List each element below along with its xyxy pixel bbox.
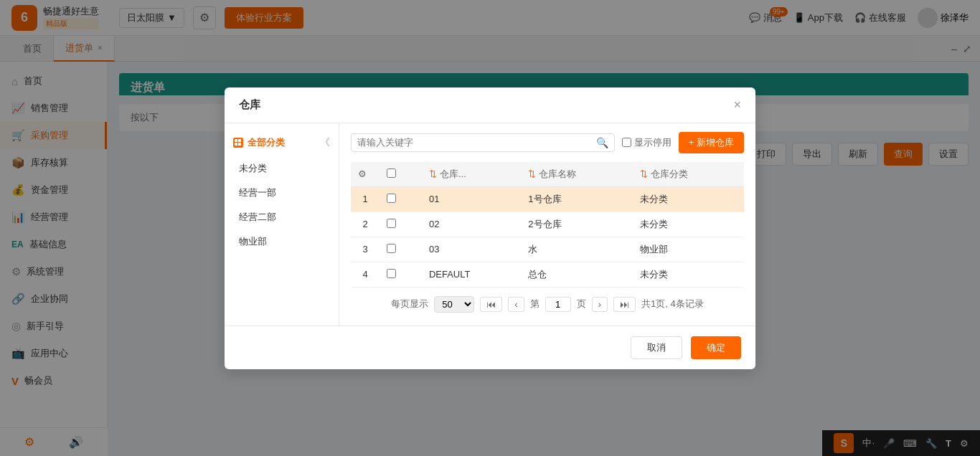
svg-rect-2 <box>235 143 237 146</box>
show-disabled-toggle[interactable]: 显示停用 <box>622 136 672 149</box>
show-disabled-checkbox[interactable] <box>622 138 631 147</box>
row-4-num: 4 <box>351 262 380 287</box>
col-name-label: 仓库名称 <box>539 168 576 181</box>
row-2-name: 2号仓库 <box>521 212 632 237</box>
col-checkbox <box>380 162 422 187</box>
svg-rect-3 <box>238 143 241 146</box>
table-toolbar: 🔍 显示停用 + 新增仓库 <box>351 132 744 153</box>
sort-icon-category: ⇅ <box>640 168 648 179</box>
modal-header: 仓库 × <box>225 87 755 123</box>
row-1-name: 1号仓库 <box>521 186 632 212</box>
row-4-category: 未分类 <box>633 262 744 287</box>
warehouse-table: ⚙ ⇅ 仓库... ⇅ 仓库名称 <box>351 162 744 288</box>
row-2-checkbox[interactable] <box>380 212 422 237</box>
page-label: 第 <box>530 298 540 310</box>
prev-page-button[interactable]: ‹ <box>508 297 524 312</box>
select-all-checkbox[interactable] <box>387 168 396 178</box>
per-page-label: 每页显示 <box>391 298 428 310</box>
first-page-button[interactable]: ⏮ <box>480 297 502 312</box>
row-1-checkbox[interactable] <box>380 186 422 212</box>
add-warehouse-button[interactable]: + 新增仓库 <box>679 132 744 153</box>
category-item-dept1[interactable]: 经营一部 <box>225 181 339 205</box>
category-all-icon <box>233 138 243 148</box>
row-2-category: 未分类 <box>633 212 744 237</box>
total-records: 共1页, 4条记录 <box>641 298 704 310</box>
row-1-category: 未分类 <box>633 186 744 212</box>
table-panel: 🔍 显示停用 + 新增仓库 ⚙ <box>339 123 755 326</box>
show-disabled-label: 显示停用 <box>634 136 672 149</box>
row-1-code: 01 <box>422 186 521 212</box>
col-category: ⇅ 仓库分类 <box>633 162 744 187</box>
category-item-unclassified[interactable]: 未分类 <box>225 156 339 181</box>
col-settings: ⚙ <box>351 162 380 187</box>
per-page-select[interactable]: 50 100 <box>434 296 474 313</box>
col-name: ⇅ 仓库名称 <box>521 162 632 187</box>
table-row[interactable]: 4 DEFAULT 总仓 未分类 <box>351 262 744 287</box>
warehouse-modal: 仓库 × 全部分 <box>225 87 755 369</box>
table-row[interactable]: 3 03 水 物业部 <box>351 237 744 262</box>
row-3-num: 3 <box>351 237 380 262</box>
svg-rect-1 <box>238 139 241 142</box>
category-all-label: 全部分类 <box>248 136 285 149</box>
search-box: 🔍 <box>351 133 615 152</box>
category-panel: 全部分类 《 未分类 经营一部 经营二部 物业部 <box>225 123 339 326</box>
modal-footer: 取消 确定 <box>225 326 755 369</box>
confirm-button[interactable]: 确定 <box>691 336 741 359</box>
row-3-name: 水 <box>521 237 632 262</box>
modal-title: 仓库 <box>239 98 260 112</box>
sort-icon-code: ⇅ <box>429 168 437 179</box>
row-4-checkbox[interactable] <box>380 262 422 287</box>
row-4-code: DEFAULT <box>422 262 521 287</box>
col-category-label: 仓库分类 <box>651 168 688 181</box>
collapse-button[interactable]: 《 <box>320 136 330 149</box>
page-unit: 页 <box>577 298 586 310</box>
col-code-label: 仓库... <box>440 168 466 181</box>
sort-icon-name: ⇅ <box>528 168 536 179</box>
modal-close-button[interactable]: × <box>733 98 741 113</box>
modal-overlay: 仓库 × 全部分 <box>0 0 980 456</box>
table-row[interactable]: 2 02 2号仓库 未分类 <box>351 212 744 237</box>
pagination: 每页显示 50 100 ⏮ ‹ 第 页 › ⏭ 共1页, 4条记录 <box>351 288 744 317</box>
category-all[interactable]: 全部分类 <box>233 136 285 149</box>
row-1-num: 1 <box>351 186 380 212</box>
svg-rect-0 <box>235 139 237 142</box>
page-number-input[interactable] <box>545 297 571 312</box>
category-item-dept2[interactable]: 经营二部 <box>225 205 339 229</box>
row-3-checkbox[interactable] <box>380 237 422 262</box>
last-page-button[interactable]: ⏭ <box>613 297 636 312</box>
col-code: ⇅ 仓库... <box>422 162 521 187</box>
table-row[interactable]: 1 01 1号仓库 未分类 <box>351 186 744 212</box>
gear-col-icon: ⚙ <box>358 168 367 179</box>
modal-body: 全部分类 《 未分类 经营一部 经营二部 物业部 🔍 <box>225 123 755 326</box>
search-input[interactable] <box>357 137 592 148</box>
next-page-button[interactable]: › <box>592 297 608 312</box>
category-item-property[interactable]: 物业部 <box>225 229 339 254</box>
cancel-button[interactable]: 取消 <box>631 336 682 359</box>
row-2-code: 02 <box>422 212 521 237</box>
search-icon: 🔍 <box>596 137 608 148</box>
category-header: 全部分类 《 <box>225 132 339 156</box>
row-2-num: 2 <box>351 212 380 237</box>
row-3-code: 03 <box>422 237 521 262</box>
row-3-category: 物业部 <box>633 237 744 262</box>
row-4-name: 总仓 <box>521 262 632 287</box>
